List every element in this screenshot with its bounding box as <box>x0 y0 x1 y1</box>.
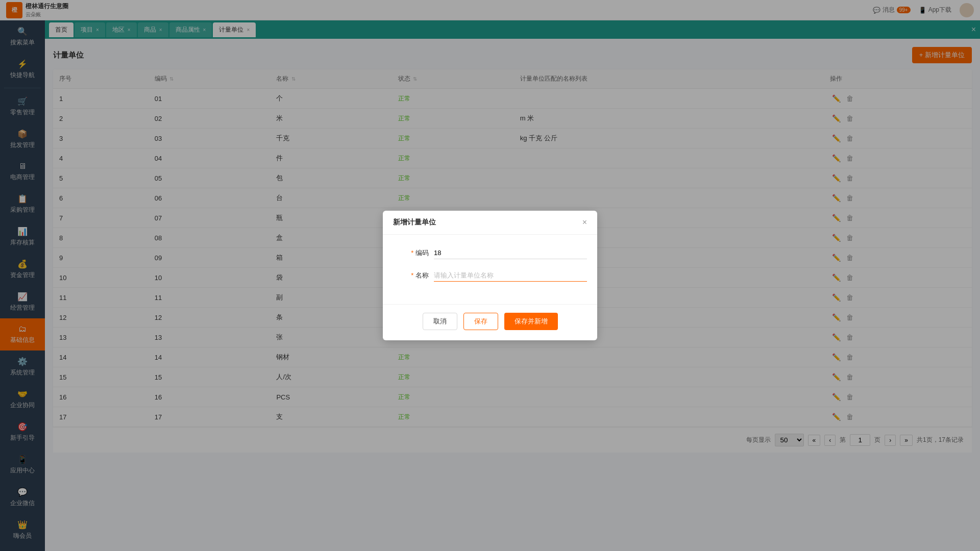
modal-title: 新增计量单位 <box>393 218 436 227</box>
code-required-mark: * <box>411 249 415 257</box>
form-code-label: * 编码 <box>393 248 429 258</box>
name-input[interactable] <box>434 269 587 282</box>
save-and-new-button[interactable]: 保存并新增 <box>504 313 558 330</box>
save-button[interactable]: 保存 <box>463 313 498 330</box>
form-row-code: * 编码 <box>393 247 587 259</box>
modal-overlay: 新增计量单位 × * 编码 * 名称 取消 保存 保存并新增 <box>0 0 980 551</box>
modal-header: 新增计量单位 × <box>383 211 597 235</box>
modal-body: * 编码 * 名称 <box>383 235 597 304</box>
cancel-button[interactable]: 取消 <box>423 313 457 330</box>
form-row-name: * 名称 <box>393 269 587 282</box>
modal-close-button[interactable]: × <box>582 218 587 227</box>
name-required-mark: * <box>411 271 415 279</box>
form-name-label: * 名称 <box>393 271 429 280</box>
code-input[interactable] <box>434 247 587 259</box>
add-unit-modal: 新增计量单位 × * 编码 * 名称 取消 保存 保存并新增 <box>383 211 597 340</box>
modal-footer: 取消 保存 保存并新增 <box>383 304 597 340</box>
